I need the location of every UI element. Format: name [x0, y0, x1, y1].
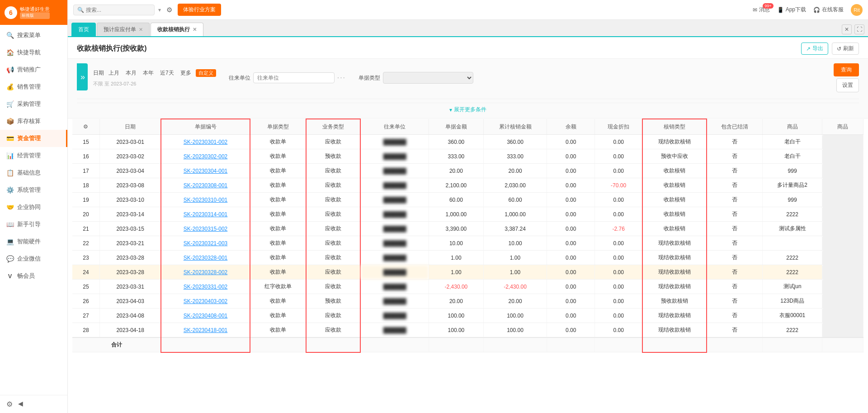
cell-cashdiscount: -70.00	[595, 178, 643, 193]
dropdown-arrow-icon[interactable]: ▾	[158, 7, 161, 13]
sidebar-item-member[interactable]: V 畅会员	[0, 267, 67, 285]
sidebar-item-hardware[interactable]: 💻 智能硬件	[0, 233, 67, 250]
sidebar-item-label: 基础信息	[17, 169, 41, 177]
sidebar-item-purchase[interactable]: 🛒 采购管理	[0, 95, 67, 113]
collapse-icon[interactable]: ◀	[18, 400, 23, 408]
sidebar-item-label: 销售管理	[17, 83, 41, 91]
th-singletype[interactable]: 单据类型	[250, 119, 306, 135]
topbar-search-box[interactable]: 🔍	[73, 5, 155, 15]
sidebar-item-guide[interactable]: 📖 新手引导	[0, 216, 67, 233]
search-input[interactable]	[86, 7, 140, 13]
cell-singleno[interactable]: SK-20230310-001	[161, 193, 250, 207]
sidebar-item-sales[interactable]: 💰 销售管理	[0, 78, 67, 95]
filter-toggle-button[interactable]: »	[77, 63, 88, 90]
sidebar-item-system[interactable]: ⚙️ 系统管理	[0, 181, 67, 199]
filter-date-custom-btn[interactable]: 自定义	[196, 69, 216, 77]
cell-singleno[interactable]: SK-20230321-003	[161, 236, 250, 251]
tab-collect-exec[interactable]: 收款核销执行 ✕	[151, 23, 203, 36]
tab-payable-close-icon[interactable]: ✕	[139, 27, 143, 33]
cell-singleno[interactable]: SK-20230418-001	[161, 323, 250, 338]
message-button[interactable]: ✉ 消息 99+	[753, 6, 770, 14]
gear-icon-topbar[interactable]: ⚙	[166, 6, 172, 14]
cell-singleno[interactable]: SK-20230408-001	[161, 309, 250, 323]
sidebar-item-search[interactable]: 🔍 搜索菜单	[0, 27, 67, 44]
cell-biztype: 应收款	[306, 207, 361, 222]
sidebar-item-operations[interactable]: 📊 经营管理	[0, 147, 67, 164]
cell-singleno[interactable]: SK-20230328-002	[161, 265, 250, 280]
cell-singleno[interactable]: SK-20230331-002	[161, 280, 250, 294]
singleno-link[interactable]: SK-20230314-001	[184, 211, 227, 218]
sidebar-item-corp[interactable]: 🤝 企业协同	[0, 199, 67, 216]
filter-dots-icon: ···	[337, 74, 346, 82]
sidebar-item-inventory[interactable]: 📦 库存核算	[0, 113, 67, 130]
cell-singleno[interactable]: SK-20230315-002	[161, 222, 250, 236]
singleno-link[interactable]: SK-20230301-002	[184, 139, 227, 145]
settings-button[interactable]: 设置	[836, 78, 859, 92]
user-avatar[interactable]: Rit	[851, 4, 863, 16]
filter-expand-btn[interactable]: ▾ 展开更多条件	[77, 103, 859, 114]
cell-singleno[interactable]: SK-20230304-001	[161, 164, 250, 178]
singleno-link[interactable]: SK-20230408-001	[184, 313, 227, 319]
th-partner[interactable]: 往来单位	[360, 119, 429, 135]
singleno-link[interactable]: SK-20230328-002	[184, 269, 227, 275]
sidebar-item-wechat[interactable]: 💬 企业微信	[0, 250, 67, 267]
singleno-link[interactable]: SK-20230328-001	[184, 255, 227, 261]
singleno-link[interactable]: SK-20230308-001	[184, 182, 227, 189]
filter-date-curr-year[interactable]: 本年	[141, 68, 156, 78]
refresh-button[interactable]: ↺ 刷新	[832, 43, 859, 55]
app-download-button[interactable]: 📱 App下载	[777, 6, 806, 14]
sidebar-item-basicinfo[interactable]: 📋 基础信息	[0, 164, 67, 181]
industry-solution-button[interactable]: 体验行业方案	[178, 4, 221, 16]
cell-biztype: 应收款	[306, 265, 361, 280]
th-goods[interactable]: 商品	[762, 119, 822, 135]
sidebar-item-marketing[interactable]: 📢 营销推广	[0, 61, 67, 78]
tab-expand-btn[interactable]: ⛶	[854, 24, 864, 34]
cell-singleno[interactable]: SK-20230328-001	[161, 251, 250, 265]
cell-includesettle: 否	[707, 135, 762, 149]
th-goods2[interactable]: 商品	[822, 119, 863, 135]
singleno-link[interactable]: SK-20230418-001	[184, 327, 227, 333]
filter-date-prev-month[interactable]: 上月	[107, 68, 121, 78]
voucher-type-filter-select[interactable]	[383, 72, 473, 84]
cell-singleno[interactable]: SK-20230403-002	[161, 294, 250, 309]
sidebar-item-finance[interactable]: 💳 资金管理	[0, 130, 67, 147]
tab-collect-exec-close-icon[interactable]: ✕	[193, 27, 197, 33]
singleno-link[interactable]: SK-20230321-003	[184, 240, 227, 247]
query-button[interactable]: 查询	[834, 63, 859, 76]
sidebar-item-quicknav[interactable]: 🏠 快捷导航	[0, 44, 67, 61]
cell-singleno[interactable]: SK-20230302-002	[161, 149, 250, 164]
th-biztype[interactable]: 业务类型	[306, 119, 361, 135]
settings-footer-icon[interactable]: ⚙	[6, 400, 13, 408]
th-balance[interactable]: 余额	[547, 119, 595, 135]
th-verifytype[interactable]: 核销类型	[642, 119, 707, 135]
filter-date-curr-month[interactable]: 本月	[124, 68, 138, 78]
cell-goods2	[822, 265, 863, 280]
table-row: 262023-04-03SK-20230403-002收款单预收款██████2…	[72, 294, 863, 309]
cell-verifytype: 现结收款核销	[642, 135, 707, 149]
sidebar: 6 畅捷通好生意 标推版 🔍 搜索菜单 🏠 快捷导航 📢 营销推广 💰 销售管理…	[0, 0, 68, 413]
th-singleno[interactable]: 单据编号	[161, 119, 250, 135]
tab-close-btn[interactable]: ✕	[842, 24, 852, 34]
singleno-link[interactable]: SK-20230403-002	[184, 298, 227, 304]
online-service-button[interactable]: 🎧 在线客服	[813, 6, 844, 14]
cell-singleno[interactable]: SK-20230301-002	[161, 135, 250, 149]
filter-date-7days[interactable]: 近7天	[158, 68, 176, 78]
th-cumverify[interactable]: 累计核销金额	[483, 119, 547, 135]
th-amount[interactable]: 单据金额	[429, 119, 483, 135]
singleno-link[interactable]: SK-20230310-001	[184, 197, 227, 203]
tab-home[interactable]: 首页	[71, 23, 96, 36]
th-cashdiscount[interactable]: 现金折扣	[595, 119, 643, 135]
singleno-link[interactable]: SK-20230304-001	[184, 168, 227, 174]
partner-filter-input[interactable]	[253, 72, 335, 83]
cell-singletype: 收款单	[250, 236, 306, 251]
th-date[interactable]: 日期	[99, 119, 161, 135]
th-includesettle[interactable]: 包含已结清	[707, 119, 762, 135]
tab-payable[interactable]: 预计应应付单 ✕	[97, 23, 150, 36]
filter-date-more[interactable]: 更多	[179, 68, 193, 78]
cell-singleno[interactable]: SK-20230308-001	[161, 178, 250, 193]
export-button[interactable]: ↗ 导出	[801, 43, 828, 55]
singleno-link[interactable]: SK-20230302-002	[184, 153, 227, 160]
singleno-link[interactable]: SK-20230331-002	[184, 284, 227, 290]
cell-singleno[interactable]: SK-20230314-001	[161, 207, 250, 222]
singleno-link[interactable]: SK-20230315-002	[184, 226, 227, 232]
